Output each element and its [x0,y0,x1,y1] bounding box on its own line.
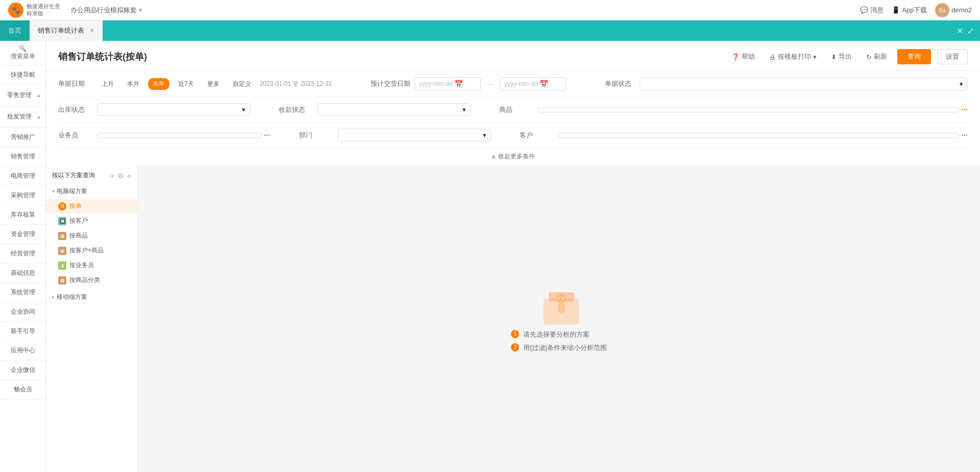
tip-num-2: 2 [511,343,519,351]
sidebar-item-system[interactable]: 系统管理 [0,283,45,302]
expected-date-to[interactable]: yyyy-mm-dd 📅 [500,77,566,90]
app-download-button[interactable]: 📱 App下载 [892,6,927,15]
breadcrumb-chevron-icon[interactable] [139,6,142,14]
query-button[interactable]: 查询 [897,49,931,64]
sidebar-item-basic[interactable]: 基础信息 [0,264,45,283]
sidebar-member-label: 畅会员 [14,385,32,394]
staff-more-icon[interactable]: ··· [264,131,271,140]
refresh-button[interactable]: ↻ 刷新 [862,50,891,63]
svg-point-2 [556,294,567,304]
app-download-icon: 📱 [892,6,900,14]
print-button[interactable]: 🖨 按模板打印 [765,50,821,63]
panel-header-label: 按以下方案查询 [52,171,95,180]
help-icon: ❓ [731,53,740,61]
staff-select[interactable] [97,133,262,138]
svg-point-6 [559,298,560,299]
panel-collapse-icon[interactable]: « [127,172,131,180]
sidebar-wholesale-arrow: ▲ [36,114,41,120]
expected-date-from[interactable]: yyyy-mm-dd 📅 [414,77,481,90]
date-btn-this-month[interactable]: 本月 [122,78,144,90]
header-left: 🐾 畅捷通好生意 标准版 办公用品行业模拟账套 [8,3,142,18]
plan-item-by-goods[interactable]: ▦ 按商品 [46,228,137,243]
user-menu[interactable]: Ea demo2 [935,3,972,17]
page-header: 销售订单统计表(按单) ❓ 帮助 🖨 按模板打印 ⬇ 导出 [46,41,980,71]
receipt-status-label: 收款状态 [279,105,309,114]
sidebar-system-label: 系统管理 [11,288,35,297]
date-btn-last-month[interactable]: 上月 [97,78,118,90]
settings-button[interactable]: 设置 [937,49,968,64]
help-button[interactable]: ❓ 帮助 [727,50,759,63]
sidebar-sales-label: 销售管理 [11,152,35,161]
plan-item-by-staff[interactable]: ▮ 按业务员 [46,258,137,273]
filter-row-2: 出库状态 收款状态 商品 ··· [58,97,968,123]
sidebar-item-member[interactable]: 畅会员 [0,380,45,399]
empty-tip-2: 2 用[过滤]条件来缩小分析范围 [511,343,606,352]
customer-select[interactable] [558,133,959,138]
sidebar-item-wholesale[interactable]: 批发管理 ▲ [0,106,45,128]
empty-tips: 1 请先选择要分析的方案 2 用[过滤]条件来缩小分析范围 [511,330,606,357]
tab-bar: 首页 销售订单统计表 ✕ ✕ ⤢ [0,20,980,41]
calendar-to-icon: 📅 [540,80,548,88]
plan-group-pc-chevron-icon [52,188,55,194]
date-btn-last7[interactable]: 近7天 [174,78,199,90]
panel-add-icon[interactable]: + [110,172,114,180]
plan-item-by-order-icon: 按 [58,202,66,210]
tab-home[interactable]: 首页 [0,20,30,41]
sidebar-item-enterprise[interactable]: 企业协同 [0,302,45,322]
plan-item-by-goods-category[interactable]: ▦ 按商品分类 [46,273,137,288]
goods-more-icon[interactable]: ··· [961,105,968,114]
sidebar-ecommerce-label: 电商管理 [11,172,35,180]
sidebar-item-newbie[interactable]: 新手引导 [0,322,45,341]
sidebar-item-retail[interactable]: 零售管理 ▲ [0,85,45,106]
plan-group-pc: 电脑端方案 按 按单 🔲 按客户 ▦ 按商品 ▦ [46,184,137,288]
customer-label: 客户 [520,131,550,140]
expected-date-label: 预计交货日期 [371,79,410,88]
date-btn-this-year[interactable]: 本年 [148,78,169,90]
plan-group-mobile-chevron-icon [52,294,55,300]
plan-item-by-order[interactable]: 按 按单 [46,199,137,214]
customer-more-icon[interactable]: ··· [961,131,968,140]
sidebar-item-ecommerce[interactable]: 电商管理 [0,167,45,186]
refresh-icon: ↻ [866,53,872,61]
sidebar-item-app-center[interactable]: 应用中心 [0,341,45,361]
page-actions: ❓ 帮助 🖨 按模板打印 ⬇ 导出 ↻ 刷新 [727,49,968,64]
tab-close-icon[interactable]: ✕ [89,27,94,34]
svg-point-7 [564,298,565,299]
plan-item-by-customer-goods[interactable]: ▦ 按客户+商品 [46,243,137,258]
plan-item-by-staff-icon: ▮ [58,262,66,270]
message-button[interactable]: 💬 消息 [860,6,884,15]
left-panel: 按以下方案查询 + ⚙ « 电脑端方案 按 按单 [46,165,138,472]
tip-text-2: 用[过滤]条件来缩小分析范围 [523,343,606,352]
date-btn-more[interactable]: 更多 [203,78,224,90]
sidebar-item-wechat[interactable]: 企业微信 [0,361,45,380]
sidebar-item-inventory[interactable]: 库存核算 [0,205,45,225]
tab-sales-stat[interactable]: 销售订单统计表 ✕ [30,20,103,41]
date-btn-custom[interactable]: 自定义 [228,78,256,90]
doc-status-select[interactable] [640,78,968,90]
sidebar-item-purchase[interactable]: 采购管理 [0,186,45,205]
sidebar-item-finance[interactable]: 资金管理 [0,225,45,244]
receipt-status-select[interactable] [317,103,471,116]
sidebar-quick-nav[interactable]: 快捷导航 [0,65,45,85]
plan-item-by-customer-icon: 🔲 [58,217,66,225]
sidebar-item-sales[interactable]: 销售管理 [0,147,45,167]
plan-group-mobile-header[interactable]: 移动端方案 [46,290,137,304]
panel-settings-icon[interactable]: ⚙ [117,172,124,180]
empty-icon [533,281,584,322]
collapse-button[interactable]: ∧ 收起更多条件 [492,152,535,161]
tab-expand-icon[interactable]: ⤢ [967,26,974,36]
dept-select[interactable] [338,129,491,141]
sidebar-search[interactable]: 🔍 搜索菜单 [0,41,45,65]
plan-item-by-customer[interactable]: 🔲 按客户 [46,214,137,228]
plan-group-mobile-label: 移动端方案 [57,293,87,301]
sidebar-item-operations[interactable]: 经营管理 [0,244,45,264]
tab-close-window-icon[interactable]: ✕ [957,26,963,36]
empty-state: 1 请先选择要分析的方案 2 用[过滤]条件来缩小分析范围 [511,281,606,357]
out-status-select[interactable] [97,103,250,116]
sidebar-item-marketing[interactable]: 营销推广 [0,128,45,147]
goods-select[interactable] [538,107,959,112]
empty-illustration [533,281,595,327]
export-button[interactable]: ⬇ 导出 [827,50,856,63]
sidebar-basic-label: 基础信息 [11,269,35,277]
plan-group-pc-header[interactable]: 电脑端方案 [46,184,137,199]
